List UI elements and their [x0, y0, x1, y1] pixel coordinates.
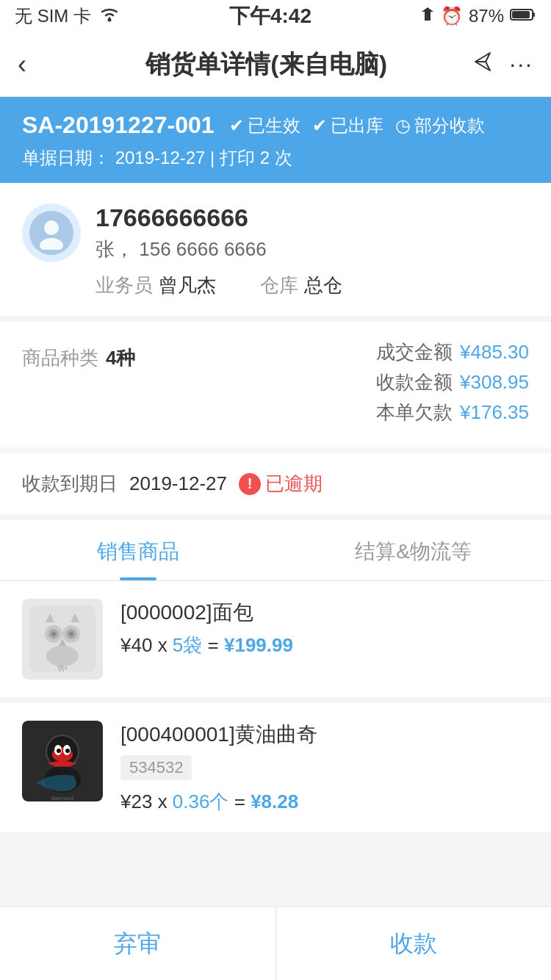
product-info-2: [000400001]黄油曲奇 534532 ¥23 x 0.36个 = ¥8.… — [120, 721, 529, 815]
stats-section: 商品种类 4种 成交金额 ¥485.30 收款金额 ¥308.95 本单欠款 ¥… — [0, 322, 551, 453]
status-badges: ✔ 已生效 ✔ 已出库 ◷ 部分收款 — [229, 114, 485, 137]
product-info-1: [0000002]面包 ¥40 x 5袋 = ¥199.99 — [120, 599, 529, 658]
collect-payment-button[interactable]: 收款 — [276, 907, 552, 980]
product-name-2: [000400001]黄油曲奇 — [120, 721, 529, 749]
product-sku-2: 534532 — [120, 755, 192, 780]
battery-icon — [510, 6, 536, 26]
status-bar-time: 下午4:42 — [229, 2, 311, 30]
svg-point-12 — [51, 632, 56, 636]
overdue-badge: ! 已逾期 — [239, 471, 323, 497]
location-icon — [420, 6, 435, 26]
status-bar-left: 无 SIM 卡 — [15, 4, 120, 28]
warehouse: 仓库 总仓 — [260, 273, 342, 298]
tab-settlement[interactable]: 结算&物流等 — [276, 520, 551, 580]
sim-status: 无 SIM 卡 — [15, 4, 91, 28]
customer-avatar — [22, 203, 81, 262]
customer-section: 17666666666 张， 156 6666 6666 业务员 曾凡杰 仓库 … — [0, 183, 551, 322]
order-header: SA-20191227-001 ✔ 已生效 ✔ 已出库 ◷ 部分收款 单据日期：… — [0, 97, 551, 183]
overdue-icon: ! — [239, 473, 261, 495]
page-title: 销货单详情(来自电脑) — [62, 48, 471, 82]
svg-text:鸮+: 鸮+ — [57, 665, 68, 672]
svg-point-15 — [46, 646, 79, 666]
cancel-review-button[interactable]: 弃审 — [0, 907, 276, 980]
debt-amount: 本单欠款 ¥176.35 — [376, 400, 529, 425]
check-icon-2: ✔ — [312, 115, 327, 136]
svg-point-25 — [65, 749, 70, 753]
stats-amounts: 成交金额 ¥485.30 收款金额 ¥308.95 本单欠款 ¥176.35 — [376, 339, 529, 430]
tab-products[interactable]: 销售商品 — [0, 520, 276, 580]
product-price-1: ¥40 x 5袋 = ¥199.99 — [120, 633, 529, 658]
avatar-icon — [29, 211, 73, 255]
badge-effective: ✔ 已生效 — [229, 114, 300, 137]
customer-meta: 业务员 曾凡杰 仓库 总仓 — [96, 273, 529, 298]
svg-point-5 — [44, 220, 59, 235]
battery-percent: 87% — [469, 6, 504, 26]
nav-actions: ··· — [471, 50, 533, 79]
order-date: 单据日期： 2019-12-27 | 打印 2 次 — [22, 146, 529, 170]
badge-shipped: ✔ 已出库 — [312, 114, 383, 137]
order-id: SA-20191227-001 — [22, 112, 215, 139]
deal-amount: 成交金额 ¥485.30 — [376, 339, 529, 365]
customer-phone: 张， 156 6666 6666 — [96, 237, 529, 262]
clock-icon: ◷ — [395, 115, 411, 136]
product-price-2: ¥23 x 0.36个 = ¥8.28 — [120, 789, 529, 815]
received-amount: 收款金额 ¥308.95 — [376, 370, 529, 395]
tabs: 销售商品 结算&物流等 — [0, 520, 551, 581]
more-icon[interactable]: ··· — [509, 51, 533, 78]
list-item: 鸮+ [0000002]面包 ¥40 x 5袋 = ¥199.99 — [0, 581, 551, 697]
list-item: diamond [000400001]黄油曲奇 534532 ¥23 x 0.3… — [0, 703, 551, 832]
customer-info: 17666666666 张， 156 6666 6666 业务员 曾凡杰 仓库 … — [96, 203, 529, 298]
svg-point-6 — [40, 238, 63, 250]
svg-text:diamond: diamond — [51, 795, 74, 801]
customer-name: 17666666666 — [96, 203, 529, 232]
svg-rect-3 — [533, 12, 535, 17]
badge-partial-payment: ◷ 部分收款 — [395, 114, 485, 137]
svg-point-0 — [108, 18, 112, 22]
bottom-bar: 弃审 收款 — [0, 907, 551, 980]
svg-point-24 — [57, 749, 61, 753]
svg-rect-2 — [512, 11, 530, 18]
check-icon-1: ✔ — [229, 115, 244, 136]
product-name-1: [0000002]面包 — [120, 599, 529, 627]
due-date-section: 收款到期日 2019-12-27 ! 已逾期 — [0, 453, 551, 520]
back-button[interactable]: ‹ — [18, 49, 62, 80]
product-list: 鸮+ [0000002]面包 ¥40 x 5袋 = ¥199.99 — [0, 581, 551, 912]
status-bar: 无 SIM 卡 下午4:42 ⏰ 87% — [0, 0, 551, 32]
product-image-placeholder-1: 鸮+ — [22, 599, 103, 680]
wifi-icon — [98, 6, 120, 26]
alarm-icon: ⏰ — [441, 6, 463, 26]
nav-bar: ‹ 销货单详情(来自电脑) ··· — [0, 32, 551, 97]
product-thumbnail-2: diamond — [22, 721, 103, 801]
product-thumbnail-1: 鸮+ — [22, 599, 103, 680]
sales-person: 业务员 曾凡杰 — [96, 273, 216, 298]
share-icon[interactable] — [471, 50, 494, 79]
svg-point-13 — [69, 632, 73, 636]
status-bar-right: ⏰ 87% — [420, 6, 536, 26]
stats-categories: 商品种类 4种 — [22, 339, 135, 371]
